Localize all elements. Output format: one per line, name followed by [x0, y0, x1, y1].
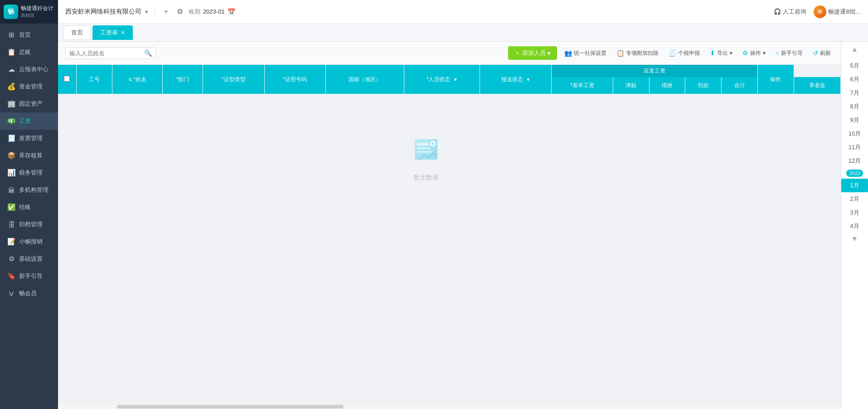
month-item-5[interactable]: 5月 [841, 59, 868, 73]
operation-button[interactable]: ⚙ 操作 ▾ [740, 48, 768, 59]
month-item-7[interactable]: 7月 [841, 86, 868, 100]
sidebar-item-label: 结账 [19, 203, 31, 211]
month-item-10[interactable]: 10月 [841, 127, 868, 141]
guide-button[interactable]: ○ 新手引导 [773, 48, 805, 59]
sidebar-item-label: 税务管理 [19, 169, 43, 177]
month-item-9[interactable]: 9月 [841, 113, 868, 127]
operation-icon: ⚙ [742, 49, 748, 57]
add-person-button[interactable]: ＋ 添加人员 ▾ [508, 46, 557, 60]
refresh-label: 刷新 [820, 49, 831, 57]
payroll-table: 工号 ⇅ *姓名 *部门 *证型类型 *证照号码 国籍（地区） *人员状态 ▼ [58, 65, 841, 218]
month-item-8[interactable]: 8月 [841, 100, 868, 113]
th-nationality: 国籍（地区） [326, 65, 404, 94]
app-subtitle: 旗舰版 [21, 12, 53, 19]
support-label: 人工咨询 [783, 8, 806, 16]
personal-tax-icon: 🧾 [669, 49, 676, 57]
sidebar-item-payroll[interactable]: 💵 工资 [0, 112, 58, 130]
th-deduction: 扣款 [685, 77, 722, 94]
social-security-icon: 👥 [564, 49, 572, 57]
sidebar-item-fixed-assets[interactable]: 🏢 固定资产 [0, 95, 58, 112]
period-label: 账期 [189, 8, 200, 16]
th-status: *人员状态 ▼ [404, 65, 480, 94]
svg-rect-2 [417, 147, 431, 149]
personal-tax-button[interactable]: 🧾 个税申报 [666, 48, 703, 59]
month-panel: ▲ 5月 6月 7月 8月 9月 10月 11月 12月 2023 1月 2月 … [841, 42, 868, 409]
select-all-checkbox[interactable] [64, 76, 70, 82]
sidebar-item-settings[interactable]: ⚙ 基础设置 [0, 250, 58, 268]
th-action: 操作 [757, 65, 794, 94]
search-box[interactable]: 🔍 [65, 47, 156, 59]
export-button[interactable]: ⬇ 导出 ▾ [707, 48, 735, 59]
app-logo-text: 畅捷通好会计 旗舰版 [21, 5, 53, 19]
scrollbar-thumb [117, 405, 344, 409]
th-performance: 绩效 [649, 77, 685, 94]
company-selector[interactable]: 西安虾米网络科技有限公司 ▼ [65, 8, 149, 16]
report-filter-icon[interactable]: ▼ [526, 77, 530, 82]
special-deduction-button[interactable]: 📋 专项附加扣除 [614, 48, 661, 59]
avatar: 畅 [814, 5, 826, 18]
add-company-button[interactable]: ＋ [160, 5, 171, 18]
expense-icon: 📝 [7, 238, 15, 246]
sidebar-item-guide[interactable]: 🔖 新手引导 [0, 268, 58, 285]
th-checkbox [58, 65, 76, 94]
sidebar-item-tax[interactable]: 📊 税务管理 [0, 164, 58, 181]
sidebar-item-label: 首页 [19, 31, 31, 39]
support-button[interactable]: 🎧 人工咨询 [774, 8, 806, 16]
bottom-scrollbar[interactable] [58, 404, 841, 409]
empty-text: 暂无数据 [413, 174, 439, 182]
month-panel-down-button[interactable]: ▼ [841, 233, 868, 245]
company-name: 西安虾米网络科技有限公司 [65, 8, 141, 16]
sidebar-item-label: 基础设置 [19, 255, 43, 263]
month-item-12[interactable]: 12月 [841, 154, 868, 168]
refresh-button[interactable]: ↺ 刷新 [810, 48, 834, 59]
th-report-status: 报送状态 ▼ [480, 65, 552, 94]
month-item-6[interactable]: 6月 [841, 73, 868, 86]
sidebar-item-inventory[interactable]: 📦 库存核算 [0, 147, 58, 164]
sidebar-item-member[interactable]: V 畅会员 [0, 285, 58, 302]
toolbar: 🔍 ＋ 添加人员 ▾ 👥 统一社保设置 📋 专项附加扣除 [58, 42, 841, 65]
sidebar-item-fund[interactable]: 💰 资金管理 [0, 78, 58, 95]
export-icon: ⬇ [710, 49, 715, 57]
month-panel-up-button[interactable]: ▲ [841, 44, 868, 55]
table-wrapper: 工号 ⇅ *姓名 *部门 *证型类型 *证照号码 国籍（地区） *人员状态 ▼ [58, 65, 841, 404]
sidebar-item-ledger[interactable]: 📋 总账 [0, 44, 58, 61]
sidebar-item-settle[interactable]: ✅ 结账 [0, 199, 58, 216]
period-display: 账期 2023-01 📅 [189, 8, 235, 16]
personal-tax-label: 个税申报 [678, 49, 700, 57]
sidebar-item-home[interactable]: ⊞ 首页 [0, 26, 58, 44]
user-menu[interactable]: 畅 畅捷通B组... [814, 5, 861, 18]
topbar: 西安虾米网络科技有限公司 ▼ ＋ ⚙ 账期 2023-01 📅 🎧 人工咨询 畅… [58, 0, 868, 24]
sidebar-item-multi-org[interactable]: 🏛 多机构管理 [0, 181, 58, 199]
social-security-button[interactable]: 👥 统一社保设置 [562, 48, 609, 59]
inventory-icon: 📦 [7, 151, 15, 160]
app-logo-icon: 畅 [4, 5, 18, 19]
th-total: 合计 [722, 77, 758, 94]
th-dept: *部门 [163, 65, 203, 94]
month-item-2[interactable]: 2月 [841, 192, 868, 206]
sidebar-item-cloud-report[interactable]: ☁ 云报表中心 [0, 61, 58, 78]
sidebar-item-label: 库存核算 [19, 151, 43, 160]
sidebar-item-expense[interactable]: 📝 小畅报销 [0, 233, 58, 250]
month-item-4[interactable]: 4月 [841, 219, 868, 233]
month-item-3[interactable]: 3月 [841, 206, 868, 219]
topbar-right: 🎧 人工咨询 畅 畅捷通B组... [774, 5, 861, 18]
sidebar-item-invoice[interactable]: 🧾 发票管理 [0, 130, 58, 147]
cloud-report-icon: ☁ [7, 65, 15, 73]
tab-home[interactable]: 首页 [63, 25, 91, 40]
status-filter-icon[interactable]: ▼ [453, 77, 458, 82]
tab-close-icon[interactable]: ✕ [121, 29, 125, 36]
settle-icon: ✅ [7, 203, 15, 211]
sidebar-item-label: 多机构管理 [19, 186, 48, 194]
search-icon: 🔍 [144, 49, 152, 57]
settings-button[interactable]: ⚙ [175, 5, 185, 18]
tab-home-label: 首页 [71, 29, 83, 37]
tab-payroll[interactable]: 工资表 ✕ [92, 25, 133, 40]
month-item-1[interactable]: 1月 [841, 179, 868, 192]
sidebar-item-archive[interactable]: 🗄 归档管理 [0, 216, 58, 233]
th-salary-group: 应发工资 [552, 65, 758, 77]
sidebar-item-label: 固定资产 [19, 100, 43, 108]
calendar-icon[interactable]: 📅 [228, 8, 235, 15]
month-item-11[interactable]: 11月 [841, 141, 868, 154]
sidebar-item-label: 归档管理 [19, 220, 43, 229]
search-input[interactable] [69, 50, 141, 57]
